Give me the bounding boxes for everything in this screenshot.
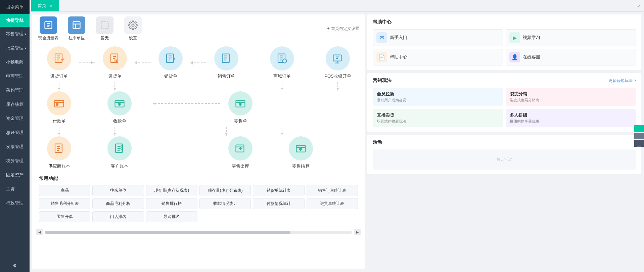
chevron-icon: ▾ xyxy=(25,32,26,36)
none-icon xyxy=(96,16,113,34)
sidebar-item-wholesale[interactable]: 批发管理 ▾ xyxy=(0,41,30,55)
common-functions: 常用功能 商品 往来单位 现存量(库存状况表) 现存量(库存分布表) 销货单统计… xyxy=(32,172,365,228)
cf-btn-goods[interactable]: 商品 xyxy=(39,185,90,196)
marketing-header: 营销玩法 更多营销玩法 > xyxy=(373,78,636,84)
cf-btn-goods-gross[interactable]: 商品毛利分析 xyxy=(92,198,144,209)
settings-label: 设置 xyxy=(129,35,137,41)
help-title: 帮助中心 xyxy=(373,19,636,25)
payment-icon: ¥ xyxy=(47,91,71,116)
marketing-item-live[interactable]: 直播卖货 场景式购物新玩法 xyxy=(373,109,503,127)
wf-node-pos[interactable]: POS收银开单 xyxy=(318,46,358,79)
cf-btn-guide-rank[interactable]: 导购排名 xyxy=(146,211,197,222)
scroll-bar: ◀ ▶ xyxy=(32,228,365,236)
purchase-order-icon xyxy=(47,46,71,71)
marketing-item-fission[interactable]: 裂变分销 裂变式发展分销商 xyxy=(506,88,636,106)
customer-ledger-icon xyxy=(107,136,132,161)
more-marketing-link[interactable]: 更多营销玩法 > xyxy=(608,78,636,84)
wf-node-stock-in[interactable]: 进货单 xyxy=(95,46,135,79)
v-arrow-mall xyxy=(262,82,302,91)
cf-btn-sales-rank[interactable]: 销售排行榜 xyxy=(146,198,197,209)
gear-icon: ⚙ xyxy=(13,263,17,268)
scroll-right-btn[interactable]: ▶ xyxy=(354,229,361,235)
sidebar-item-ecommerce-small[interactable]: 小畅电商 xyxy=(0,55,30,69)
float-btn-community[interactable]: 服务社区 xyxy=(634,133,644,139)
arrow-salesorder-to-sales xyxy=(191,62,206,63)
retail-settlement-icon: ¥ xyxy=(289,136,313,161)
cf-btn-inventory-dist[interactable]: 现存量(库存分布表) xyxy=(199,185,251,196)
svg-point-3 xyxy=(132,24,134,27)
svg-rect-1 xyxy=(73,22,80,29)
sidebar-item-ecommerce-mgmt[interactable]: 电商管理 xyxy=(0,69,30,83)
wf-node-retail-settlement[interactable]: ¥ 零售结算 xyxy=(281,136,321,169)
wf-node-retail-order[interactable]: ◀ ¥ 零售单 xyxy=(220,91,261,124)
sidebar-item-payroll[interactable]: 工资 xyxy=(0,182,30,196)
tab-close-icon[interactable]: ✕ xyxy=(50,4,52,8)
sidebar: 搜索菜单 快捷导航 零售管理 ▾ 批发管理 ▾ 小畅电商 电商管理 采购管理 库… xyxy=(0,0,30,272)
marketing-title: 营销玩法 xyxy=(373,78,392,84)
cf-btn-sales-order-stat[interactable]: 销售订单统计表 xyxy=(307,185,358,196)
v-arrow-purchase-order xyxy=(39,82,79,91)
chevron-icon: ▾ xyxy=(25,46,26,50)
wf-node-receipt[interactable]: ¥ 收款单 xyxy=(99,91,140,124)
beginner-icon: ✉ xyxy=(376,32,387,43)
cf-btn-retail-order[interactable]: 零售开单 xyxy=(39,211,90,222)
cf-btn-units[interactable]: 往来单位 xyxy=(92,185,144,196)
right-panel: 帮助中心 ✉ 新手入门 ▶ 视频学习 📄 帮助中心 👤 xyxy=(367,14,641,269)
wf-node-payment[interactable]: ¥ 付款单 xyxy=(39,91,79,124)
float-btn-desktop[interactable]: 桌面快捷 xyxy=(634,140,644,147)
v2-arrow-3 xyxy=(226,127,227,136)
quick-icon-cashflow[interactable]: 现金流量表 xyxy=(38,16,59,41)
sidebar-item-retail[interactable]: 零售管理 ▾ xyxy=(0,27,30,41)
help-item-beginner[interactable]: ✉ 新手入门 xyxy=(373,29,503,46)
sidebar-item-fixed-assets[interactable]: 固定资产 xyxy=(0,168,30,182)
help-item-online-support[interactable]: 👤 在线客服 xyxy=(506,49,636,65)
float-buttons: 客服热线 服务社区 桌面快捷 xyxy=(634,125,644,147)
sidebar-item-ledger[interactable]: 总账管理 xyxy=(0,126,30,140)
sidebar-search[interactable]: 搜索菜单 xyxy=(0,0,30,14)
expand-icon[interactable]: ⤢ xyxy=(634,1,644,10)
quick-icon-none[interactable]: 暂无 xyxy=(94,16,116,41)
cf-btn-inventory-status[interactable]: 现存量(库存状况表) xyxy=(146,185,197,196)
sidebar-settings-button[interactable]: ⚙ xyxy=(0,259,30,272)
wf-node-purchase-order[interactable]: 进货订单 xyxy=(39,46,79,79)
supplier-ledger-icon xyxy=(47,136,71,161)
help-grid: ✉ 新手入门 ▶ 视频学习 📄 帮助中心 👤 在线客服 xyxy=(373,29,636,65)
wf-node-sales[interactable]: 销货单 xyxy=(150,46,191,79)
svg-text:¥: ¥ xyxy=(239,101,242,106)
wf-node-mall-order[interactable]: 商城订单 xyxy=(262,46,302,79)
sidebar-item-tax[interactable]: 税务管理 xyxy=(0,154,30,168)
help-item-help-center[interactable]: 📄 帮助中心 xyxy=(373,49,503,65)
tab-home[interactable]: 首页 ✕ xyxy=(31,0,59,11)
cf-btn-payment-stat[interactable]: 付款情况统计 xyxy=(253,198,304,209)
marketing-item-member[interactable]: 会员拉新 吸引用户成为会员 xyxy=(373,88,503,106)
float-btn-service[interactable]: 客服热线 xyxy=(634,125,644,132)
cf-btn-purchase-stat[interactable]: 进货单统计表 xyxy=(307,198,358,209)
quick-icon-settings[interactable]: 设置 xyxy=(122,16,144,41)
cf-btn-store-rank[interactable]: 门店排名 xyxy=(92,211,144,222)
cf-btn-sales-gross[interactable]: 销售毛利分析表 xyxy=(39,198,90,209)
customize-settings[interactable]: ✦ 首页自定义设置 xyxy=(327,26,359,32)
v-arrow-1 xyxy=(59,82,59,91)
sidebar-item-invoice[interactable]: 发票管理 xyxy=(0,140,30,154)
marketing-item-group[interactable]: 多人拼团 拼团购物享受优惠 xyxy=(506,109,636,127)
wf-node-supplier-ledger[interactable]: 供应商账本 xyxy=(39,136,79,169)
cf-btn-receipt-stat[interactable]: 收款情况统计 xyxy=(199,198,251,209)
sidebar-item-admin[interactable]: 行政管理 xyxy=(0,196,30,210)
sidebar-item-finance[interactable]: 资金管理 xyxy=(0,111,30,126)
marketing-grid: 会员拉新 吸引用户成为会员 裂变分销 裂变式发展分销商 直播卖货 场景式购物新玩… xyxy=(373,88,636,127)
sidebar-item-purchase[interactable]: 采购管理 xyxy=(0,83,30,97)
quick-icon-units[interactable]: 往来单位 xyxy=(66,16,87,41)
v-arrow-2 xyxy=(114,82,115,91)
cf-title: 常用功能 xyxy=(39,176,358,182)
wf-node-sales-order[interactable]: 销售订单 xyxy=(206,46,246,79)
cf-btn-sales-stat[interactable]: 销货单统计表 xyxy=(253,185,304,196)
cf-grid-row3: 零售开单 门店排名 导购排名 xyxy=(39,211,358,222)
scroll-left-btn[interactable]: ◀ xyxy=(36,229,43,235)
wf-node-retail-out[interactable]: 零售出库 xyxy=(220,136,261,169)
scroll-track[interactable] xyxy=(45,231,352,234)
sidebar-item-inventory[interactable]: 库存核算 xyxy=(0,97,30,111)
wf-node-customer-ledger[interactable]: 客户账本 xyxy=(99,136,140,169)
workflow-vconnectors xyxy=(39,82,358,91)
v2-arrow-4 xyxy=(282,127,282,136)
help-item-video[interactable]: ▶ 视频学习 xyxy=(506,29,636,46)
